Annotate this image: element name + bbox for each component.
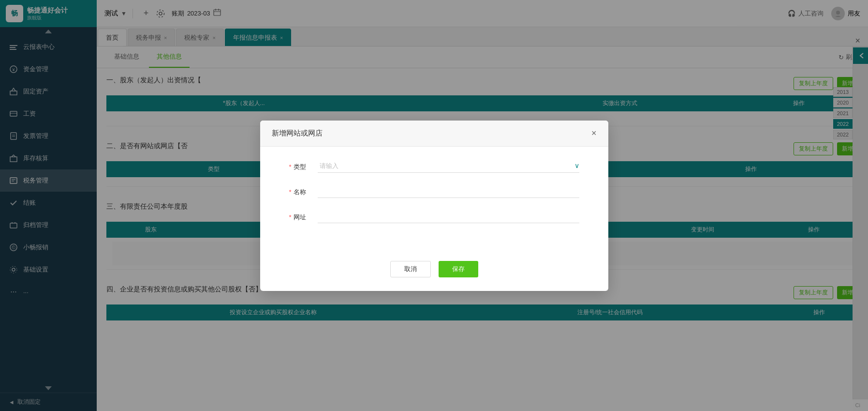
modal-body: * 类型 ∨ * 名称 * 网址 <box>260 147 608 251</box>
modal: 新增网站或网店 × * 类型 ∨ * 名称 <box>260 121 608 291</box>
modal-close-button[interactable]: × <box>591 128 597 138</box>
field-label-type: 类型 <box>294 163 318 171</box>
form-row-name: * 名称 <box>289 186 579 198</box>
form-row-type: * 类型 ∨ <box>289 161 579 173</box>
save-button[interactable]: 保存 <box>439 261 478 277</box>
modal-footer: 取消 保存 <box>260 251 608 291</box>
modal-overlay[interactable]: 新增网站或网店 × * 类型 ∨ * 名称 <box>0 0 868 411</box>
form-row-url: * 网址 <box>289 212 579 223</box>
type-input-wrap: ∨ <box>318 161 579 173</box>
type-input[interactable] <box>318 161 574 170</box>
required-star-name: * <box>289 188 292 196</box>
field-label-url: 网址 <box>294 213 318 222</box>
name-input[interactable] <box>318 186 579 196</box>
field-label-name: 名称 <box>294 188 318 197</box>
modal-header: 新增网站或网店 × <box>260 121 608 147</box>
dropdown-arrow-icon[interactable]: ∨ <box>574 162 579 169</box>
required-star-url: * <box>289 213 292 221</box>
url-input[interactable] <box>318 212 579 221</box>
modal-title: 新增网站或网店 <box>272 129 323 138</box>
cancel-button[interactable]: 取消 <box>390 261 431 277</box>
name-input-wrap <box>318 186 579 198</box>
required-star-type: * <box>289 163 292 170</box>
url-input-wrap <box>318 212 579 223</box>
